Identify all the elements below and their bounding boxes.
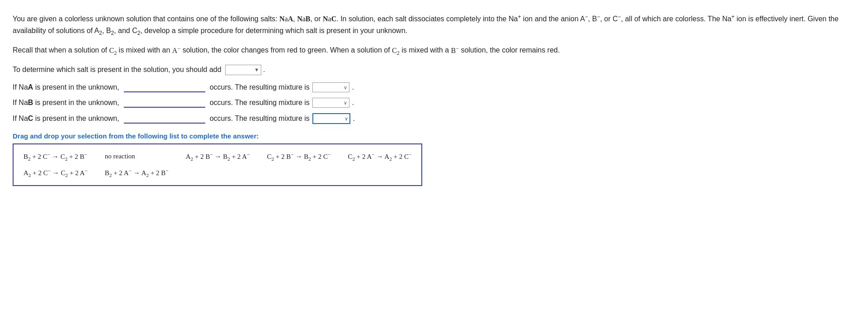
add-select[interactable]: A₂ B₂ C₂ xyxy=(225,65,261,75)
nac-result-wrapper[interactable]: red green colorless ∨ xyxy=(312,113,350,124)
main-content: You are given a colorless unknown soluti… xyxy=(13,13,850,186)
nab-label: If NaB is present in the unknown, xyxy=(13,99,119,107)
add-select-wrapper[interactable]: A₂ B₂ C₂ ▼ xyxy=(225,64,261,76)
naa-result-wrapper[interactable]: red green colorless ∨ xyxy=(312,82,349,92)
nab-result-select[interactable]: red green colorless xyxy=(312,98,349,108)
salt-nac: NaC xyxy=(323,15,336,23)
nab-occurs: occurs. The resulting mixture is xyxy=(210,99,310,107)
drag-item-1[interactable]: B2 + 2 C− → C2 + 2 B− xyxy=(22,151,90,162)
nac-row: If NaC is present in the unknown, occurs… xyxy=(13,113,850,124)
nac-result-select[interactable]: red green colorless xyxy=(312,113,350,124)
salt-naa: NaA xyxy=(279,15,293,23)
drag-item-7[interactable]: B2 + 2 A− → A2 + 2 B− xyxy=(103,167,170,179)
naa-result-select[interactable]: red green colorless xyxy=(312,82,349,92)
nac-input[interactable] xyxy=(124,114,205,124)
drag-item-5[interactable]: C2 + 2 A− → A2 + 2 C− xyxy=(346,151,413,162)
recall-paragraph: Recall that when a solution of C2 is mix… xyxy=(13,44,850,57)
nab-result-wrapper[interactable]: red green colorless ∨ xyxy=(312,98,349,108)
drag-item-6[interactable]: A2 + 2 C− → C2 + 2 A− xyxy=(22,167,90,179)
naa-label: If NaA is present in the unknown, xyxy=(13,83,119,91)
intro-paragraph: You are given a colorless unknown soluti… xyxy=(13,13,850,38)
nac-label: If NaC is present in the unknown, xyxy=(13,115,119,123)
naa-input[interactable] xyxy=(124,83,205,92)
drag-item-3[interactable]: A2 + 2 B− → B2 + 2 A− xyxy=(184,151,252,162)
drag-item-no-reaction[interactable]: no reaction xyxy=(103,152,170,161)
determine-line: To determine which salt is present in th… xyxy=(13,64,850,76)
nab-row: If NaB is present in the unknown, occurs… xyxy=(13,98,850,108)
salt-nab: NaB xyxy=(297,15,310,23)
nac-occurs: occurs. The resulting mixture is xyxy=(210,115,310,123)
nab-input[interactable] xyxy=(124,98,205,108)
drag-label: Drag and drop your selection from the fo… xyxy=(13,132,850,140)
drag-box: B2 + 2 C− → C2 + 2 B− no reaction A2 + 2… xyxy=(13,143,422,186)
naa-occurs: occurs. The resulting mixture is xyxy=(210,83,310,91)
drag-item-4[interactable]: C2 + 2 B− → B2 + 2 C− xyxy=(265,151,332,162)
drag-section: Drag and drop your selection from the fo… xyxy=(13,132,850,186)
naa-row: If NaA is present in the unknown, occurs… xyxy=(13,82,850,92)
